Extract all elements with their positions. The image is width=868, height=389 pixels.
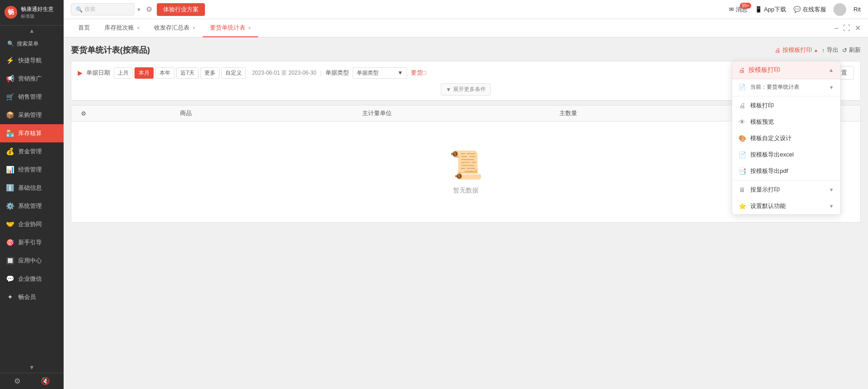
print-template-button[interactable]: 🖨 按模板打印 ▲ — [775, 46, 818, 54]
user-avatar[interactable] — [833, 3, 846, 16]
refresh-button[interactable]: ↺ 刷新 — [842, 46, 861, 54]
topbar-search[interactable]: 🔍 搜索 — [71, 3, 135, 15]
logo-icon: 畅 — [5, 6, 17, 19]
system-icon: ⚙️ — [5, 202, 15, 211]
footer-settings-icon[interactable]: ⚙ — [14, 377, 20, 385]
current-chevron-icon: ▼ — [829, 85, 834, 90]
default-func-chevron-icon: ▼ — [829, 203, 834, 209]
refresh-icon: ↺ — [842, 47, 847, 54]
sidebar-item-label: 快捷导航 — [18, 56, 42, 65]
template-print-label: 模板打印 — [750, 101, 774, 110]
sidebar-item-wechat[interactable]: 💬 企业微信 — [0, 270, 64, 288]
topbar-gear-icon[interactable]: ⚙ — [146, 5, 152, 14]
topbar-search-icon: 🔍 — [76, 6, 83, 13]
topbar-app-download[interactable]: 📱 App下载 — [755, 5, 786, 14]
wechat-icon: 💬 — [5, 274, 15, 283]
dropdown-template-preview[interactable]: 👁 模板预览 — [732, 114, 840, 130]
sidebar-item-quick-nav[interactable]: ⚡ 快捷导航 — [0, 51, 64, 70]
username-label: Rit — [853, 6, 861, 13]
dropdown-export-pdf[interactable]: 📑 按模板导出pdf — [732, 163, 840, 179]
filter-separator: | — [320, 70, 321, 76]
sidebar-scroll-down[interactable]: ▼ — [0, 362, 64, 373]
date-7days[interactable]: 近7天 — [176, 67, 199, 79]
dropdown-template-design[interactable]: 🎨 模板自定义设计 — [732, 130, 840, 147]
filter-arrow-icon[interactable]: ▶ — [78, 69, 83, 76]
dropdown-template-print[interactable]: 🖨 模板打印 — [732, 97, 840, 114]
window-controls: – ⛶ ✕ — [834, 24, 861, 32]
date-this-year[interactable]: 本年 — [155, 67, 175, 79]
sidebar-item-finance[interactable]: 💰 资金管理 — [0, 142, 64, 161]
date-filter-label: 单据日期 — [86, 69, 110, 77]
print-chevron-icon: ▲ — [814, 48, 818, 53]
dropdown-current-item[interactable]: 📄 当前：要货单统计表 ▼ — [732, 79, 840, 95]
window-close-icon[interactable]: ✕ — [855, 24, 861, 32]
trial-button[interactable]: 体验行业方案 — [157, 3, 205, 16]
date-current-month[interactable]: 本月 — [135, 67, 154, 79]
tab-order-stats[interactable]: 要货单统计表 × — [203, 19, 258, 37]
topbar-right: ✉ 消息 99+ 📱 App下载 💬 在线客服 Rit — [729, 3, 861, 16]
inventory-icon: 🏪 — [5, 129, 15, 138]
window-minimize-icon[interactable]: – — [834, 24, 838, 32]
topbar: 🔍 搜索 ▼ ⚙ 体验行业方案 ✉ 消息 99+ 📱 App下载 💬 在线客服 … — [64, 0, 868, 19]
column-settings-icon[interactable]: ⚙ — [81, 110, 86, 117]
sidebar-nav: ⚡ 快捷导航 📢 营销推广 🛒 销售管理 📦 采购管理 🏪 库存核算 💰 资金管… — [0, 51, 64, 362]
window-expand-icon[interactable]: ⛶ — [843, 24, 850, 32]
topbar-message[interactable]: ✉ 消息 99+ — [729, 5, 748, 14]
col-quantity: 主数量 — [473, 109, 664, 117]
sidebar-item-inventory[interactable]: 🏪 库存核算 — [0, 124, 64, 142]
date-more[interactable]: 更多 — [200, 67, 219, 79]
sidebar-item-appstore[interactable]: 🔲 应用中心 — [0, 252, 64, 270]
tab-inventory-batch[interactable]: 库存批次账 × — [97, 19, 147, 37]
tab-home-label: 首页 — [78, 24, 90, 32]
topbar-service[interactable]: 💬 在线客服 — [793, 5, 826, 14]
print-label: 按模板打印 — [783, 46, 812, 54]
col-settings[interactable]: ⚙ — [77, 110, 90, 117]
dropdown-export-excel[interactable]: 📄 按模板导出excel — [732, 147, 840, 163]
sidebar-item-guide[interactable]: 🎯 新手引导 — [0, 233, 64, 252]
sidebar-item-label: 新手引导 — [18, 238, 42, 247]
sidebar-item-collab[interactable]: 🤝 企业协同 — [0, 215, 64, 233]
tab-order-stats-close[interactable]: × — [248, 25, 251, 30]
sidebar-item-label: 库存核算 — [18, 129, 42, 137]
dropdown-up-icon[interactable]: ▲ — [828, 67, 834, 73]
sidebar-item-operations[interactable]: 📊 经营管理 — [0, 161, 64, 179]
sidebar-item-system[interactable]: ⚙️ 系统管理 — [0, 197, 64, 215]
display-print-icon: 🖥 — [738, 186, 746, 193]
sidebar-item-label: 企业协同 — [18, 220, 42, 228]
tab-receipt-summary[interactable]: 收发存汇总表 × — [147, 19, 202, 37]
tab-inventory-batch-close[interactable]: × — [137, 25, 140, 30]
expand-label: 展开更多条件 — [453, 86, 486, 93]
footer-sound-icon[interactable]: 🔇 — [41, 377, 50, 385]
collab-icon: 🤝 — [5, 220, 15, 229]
sidebar-item-label: 应用中心 — [18, 257, 42, 265]
sidebar-item-vip[interactable]: ✦ 畅会员 — [0, 288, 64, 306]
dropdown-display-print[interactable]: 🖥 按显示打印 ▼ — [732, 182, 840, 198]
dropdown-current-icon: 📄 — [738, 84, 746, 91]
sidebar-item-label: 畅会员 — [18, 293, 36, 301]
sidebar-item-marketing[interactable]: 📢 营销推广 — [0, 70, 64, 88]
vip-icon: ✦ — [5, 293, 15, 302]
template-preview-label: 模板预览 — [750, 118, 774, 126]
sidebar-search-item[interactable]: 🔍 搜索菜单 — [0, 36, 64, 51]
dropdown-default-func[interactable]: ⭐ 设置默认功能 ▼ — [732, 198, 840, 214]
template-print-icon: 🖨 — [738, 102, 746, 109]
tab-home[interactable]: 首页 — [71, 19, 97, 37]
type-select[interactable]: 单据类型 ▼ — [353, 67, 407, 79]
sidebar-item-label: 经营管理 — [18, 166, 42, 174]
export-label: 导出 — [827, 46, 838, 54]
sidebar-scroll-up[interactable]: ▲ — [0, 25, 64, 36]
sidebar-item-base[interactable]: ℹ️ 基础信息 — [0, 179, 64, 197]
topbar-chevron-icon[interactable]: ▼ — [136, 7, 141, 12]
refresh-label: 刷新 — [849, 46, 861, 54]
sidebar-item-label: 采购管理 — [18, 111, 42, 119]
purchase-icon: 📦 — [5, 111, 15, 120]
sidebar-item-label: 资金管理 — [18, 147, 42, 156]
tab-receipt-summary-close[interactable]: × — [192, 25, 195, 30]
date-custom[interactable]: 自定义 — [221, 67, 246, 79]
export-button[interactable]: ↑ 导出 — [822, 46, 839, 54]
sidebar-item-sales[interactable]: 🛒 销售管理 — [0, 88, 64, 106]
date-last-month[interactable]: 上月 — [114, 67, 133, 79]
expand-conditions-button[interactable]: ▼ 展开更多条件 — [441, 83, 491, 96]
operations-icon: 📊 — [5, 165, 15, 174]
sidebar-item-purchase[interactable]: 📦 采购管理 — [0, 106, 64, 124]
